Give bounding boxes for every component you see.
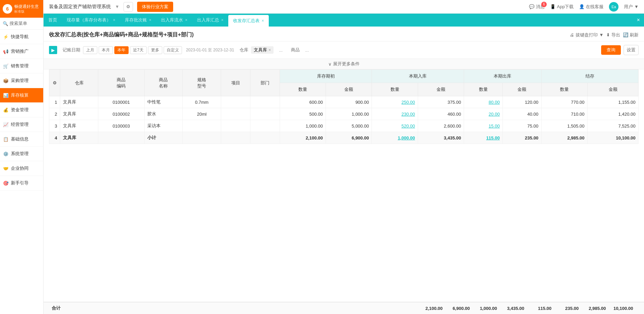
- sidebar-search[interactable]: 🔍 搜索菜单: [0, 18, 43, 30]
- tab-recv-send-summary-close[interactable]: ×: [262, 18, 264, 23]
- sidebar-item-enterprise[interactable]: 🤝 企业协同: [0, 161, 43, 176]
- sidebar-item-sales[interactable]: 🛒 销售管理: [0, 59, 43, 73]
- tab-in-out-flow-close[interactable]: ×: [185, 18, 187, 22]
- sidebar-item-system[interactable]: ⚙️ 系统管理: [0, 147, 43, 161]
- user-menu-btn[interactable]: 用户 ▼: [624, 4, 639, 10]
- cell-out-qty[interactable]: 20.00: [464, 108, 503, 120]
- query-submit-btn[interactable]: 查询: [601, 45, 621, 55]
- cell-bal-amt: 1,420.00: [588, 108, 639, 120]
- topbar-settings-btn[interactable]: ⚙: [123, 2, 133, 12]
- marketing-icon: 📢: [3, 48, 9, 54]
- trial-industry-btn[interactable]: 体验行业方案: [137, 2, 173, 12]
- finance-icon: 💰: [3, 107, 9, 113]
- filter-date-last-month[interactable]: 上月: [83, 46, 97, 54]
- sidebar-item-business[interactable]: 📈 经营管理: [0, 117, 43, 132]
- cell-sub-in-qty[interactable]: 1,000.00: [372, 132, 418, 144]
- expand-conditions-btn[interactable]: ∨ 展开更多条件: [328, 61, 360, 67]
- sidebar-item-label: 采购管理: [11, 78, 29, 84]
- tab-in-out-flow-label: 出入库流水: [161, 17, 183, 23]
- tab-home[interactable]: 首页: [44, 14, 62, 27]
- sidebar-item-basic[interactable]: 📋 基础信息: [0, 132, 43, 147]
- filter-warehouse-tag-text: 文具库: [254, 47, 267, 53]
- tab-recv-send-summary[interactable]: 收发存汇总表 ×: [228, 15, 269, 27]
- online-service-btn[interactable]: 👤 在线客服: [579, 4, 604, 10]
- tab-inventory-dist-close[interactable]: ×: [113, 18, 115, 22]
- system-icon: ⚙️: [3, 151, 9, 157]
- cell-sub-no: 4: [49, 132, 60, 144]
- th-settings[interactable]: ⚙: [49, 70, 60, 96]
- cell-in-amt: 460.00: [418, 108, 464, 120]
- filter-warehouse-tag-close[interactable]: ×: [268, 48, 271, 52]
- cell-sub-name: 小计: [144, 132, 182, 144]
- system-title-dropdown-icon: ▼: [115, 4, 119, 9]
- cell-out-amt: 120.00: [502, 96, 541, 108]
- sidebar-item-purchase[interactable]: 📦 采购管理: [0, 73, 43, 88]
- sidebar-nav: ⚡ 快捷导航 📢 营销推广 🛒 销售管理 📦 采购管理 📊 库存核算 💰 资金管…: [0, 30, 43, 314]
- data-table-container: ⚙ 仓库 商品编码 商品名称 规格型号 项目 部门 库存期初 本期入库 本期出库…: [44, 69, 644, 149]
- cell-open-qty: 600.00: [280, 96, 326, 108]
- print-btn[interactable]: 🖨 拔键盘打印 ▼: [570, 32, 604, 38]
- tab-inventory-dist[interactable]: 现存量（库存分布表） ×: [62, 14, 120, 27]
- online-service-label: 在线客服: [586, 4, 604, 10]
- filter-date-custom[interactable]: 自定义: [164, 46, 182, 54]
- cell-bal-qty: 710.00: [541, 108, 587, 120]
- cell-spec: 20ml: [182, 108, 221, 120]
- export-btn[interactable]: ⬇ 导出: [606, 32, 620, 38]
- sidebar-item-marketing[interactable]: 📢 营销推广: [0, 44, 43, 59]
- tab-in-out-flow[interactable]: 出入库流水 ×: [156, 14, 192, 27]
- table-row: 2 文具库 0100002 胶水 20ml 500.00 1,000.00 23…: [49, 108, 639, 120]
- tab-recv-send-summary-label: 收发存汇总表: [233, 18, 260, 24]
- sidebar-item-label: 基础信息: [11, 136, 29, 142]
- table-row: 3 文具库 0100003 采访本 1,000.00 5,000.00 520.…: [49, 120, 639, 132]
- footer-out-qty: 115.00: [527, 306, 554, 311]
- cell-in-qty[interactable]: 520.00: [372, 120, 418, 132]
- cell-sub-warehouse: 文具库: [60, 132, 98, 144]
- app-download-btn[interactable]: 📱 App下载: [550, 4, 574, 10]
- expand-conditions-row: ∨ 展开更多条件: [44, 59, 644, 69]
- sidebar-item-quick-nav[interactable]: ⚡ 快捷导航: [0, 30, 43, 44]
- filter-toggle-btn[interactable]: ▶: [49, 46, 57, 54]
- cell-out-qty[interactable]: 15.00: [464, 120, 503, 132]
- sidebar-item-guide[interactable]: 🎯 新手引导: [0, 176, 43, 191]
- cell-open-amt: 900.00: [326, 96, 372, 108]
- cell-bal-amt: 7,525.00: [588, 120, 639, 132]
- cell-dept: [250, 108, 280, 120]
- refresh-btn[interactable]: 🔄 刷新: [623, 32, 639, 38]
- print-chevron: ▼: [599, 32, 604, 37]
- th-spec: 规格型号: [182, 70, 221, 96]
- sidebar-item-finance[interactable]: 💰 资金管理: [0, 103, 43, 117]
- cell-code: 0100002: [98, 108, 144, 120]
- message-btn[interactable]: 💬 消息 6: [529, 4, 545, 10]
- page-title: 收发存汇总表(按仓库+商品编码+商品+规格型号+项目+部门): [49, 31, 194, 38]
- filter-warehouse-more[interactable]: ...: [276, 47, 285, 53]
- filter-date-this-month[interactable]: 本月: [99, 46, 113, 54]
- cell-in-qty[interactable]: 250.00: [372, 96, 418, 108]
- table-footer: 合计 2,100.00 6,900.00 1,000.00 3,435.00 1…: [44, 302, 644, 314]
- tabbar-close-all-btn[interactable]: ×: [633, 17, 644, 23]
- footer-out-amt: 235.00: [554, 306, 581, 311]
- tab-batch-ledger-close[interactable]: ×: [149, 18, 151, 22]
- user-avatar[interactable]: Ea: [609, 2, 618, 12]
- user-chevron-icon: ▼: [634, 4, 639, 9]
- filter-date-7days[interactable]: 近7天: [130, 46, 147, 54]
- filter-goods-more[interactable]: ...: [302, 47, 312, 53]
- sidebar-search-label: 搜索菜单: [10, 20, 27, 27]
- filter-date-this-year[interactable]: 本年: [114, 46, 129, 54]
- cell-sub-out-qty[interactable]: 115.00: [464, 132, 503, 144]
- cell-in-amt: 375.00: [418, 96, 464, 108]
- tab-batch-ledger[interactable]: 库存批次账 ×: [120, 14, 156, 27]
- cell-in-qty[interactable]: 230.00: [372, 108, 418, 120]
- sidebar-item-inventory[interactable]: 📊 库存核算: [0, 88, 43, 103]
- sidebar-item-label: 企业协同: [11, 165, 29, 171]
- tab-in-out-summary-close[interactable]: ×: [221, 18, 224, 22]
- tab-in-out-summary[interactable]: 出入库汇总 ×: [192, 14, 228, 27]
- cell-out-qty[interactable]: 80.00: [464, 96, 503, 108]
- cell-open-amt: 5,000.00: [326, 120, 372, 132]
- footer-label: 合计: [52, 305, 93, 311]
- page-header: 收发存汇总表(按仓库+商品编码+商品+规格型号+项目+部门) 🖨 拔键盘打印 ▼…: [44, 27, 644, 42]
- filter-settings-btn[interactable]: 设置: [624, 45, 639, 55]
- filter-date-more[interactable]: 更多: [148, 46, 162, 54]
- app-logo-text: 畅捷通好生意: [14, 4, 39, 10]
- filter-warehouse-label: 仓库: [240, 47, 248, 53]
- cell-sub-project: [221, 132, 250, 144]
